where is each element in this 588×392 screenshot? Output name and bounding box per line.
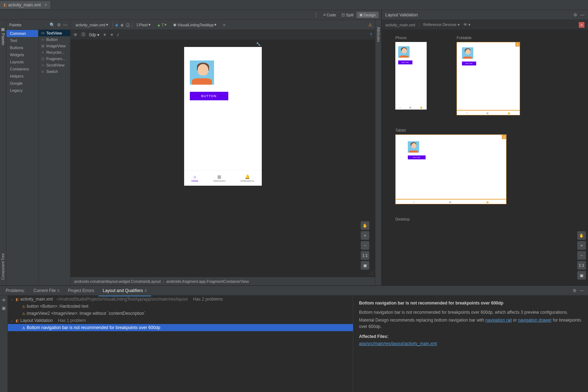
gear-icon[interactable]: ⚙ xyxy=(573,288,577,293)
affected-file-link[interactable]: app/src/main/res/layout/activity_main.xm… xyxy=(359,341,437,346)
problems-panel: Problems: Current File 5 Project Errors … xyxy=(0,285,588,392)
palette-widget-imageview[interactable]: ▨ImageView xyxy=(38,43,70,49)
detail-title: Bottom navigation bar is not recommended… xyxy=(359,301,582,306)
palette-widget-recycler[interactable]: ≡Recycler... xyxy=(38,49,70,55)
detail-line1: Bottom navigation bar is not recommended… xyxy=(359,309,582,316)
tree-issue-row[interactable]: ⚠ button <Button>: Hardcoded text xyxy=(8,303,353,310)
zoom-out-button[interactable]: − xyxy=(361,241,369,250)
avatar-image xyxy=(190,60,214,85)
palette-widget-textview[interactable]: AbTextView xyxy=(38,30,70,36)
tab-layout-qualifiers[interactable]: Layout and Qualifiers 3 xyxy=(98,286,151,295)
editor-tabs: ◧ activity_main.xml ✕ xyxy=(0,0,588,10)
device-dropdown[interactable]: ▯ Pixel ▾ xyxy=(134,22,153,28)
component-tree-rail[interactable]: Component Tree xyxy=(0,250,6,284)
palette-rail[interactable]: ▦Palette xyxy=(0,20,6,285)
minimize-icon[interactable]: — xyxy=(580,12,584,17)
resize-handle-icon[interactable] xyxy=(369,270,374,275)
palette-cat-helpers[interactable]: Helpers xyxy=(6,73,38,80)
zoom-1to1-button[interactable]: 1:1 xyxy=(361,251,369,260)
wand-icon[interactable]: ✶ xyxy=(103,32,106,37)
home-icon: ⌂ xyxy=(193,174,196,179)
autoconnect-icon[interactable]: Ⓢ xyxy=(81,32,85,38)
tab-project-errors[interactable]: Project Errors xyxy=(64,286,98,295)
chevron-down-icon[interactable]: ⌄ xyxy=(11,297,14,301)
error-badge[interactable]: ⚠ xyxy=(579,22,584,28)
warning-icon[interactable]: ⚠ xyxy=(368,22,372,27)
app-dropdown[interactable]: ◉ VisualLintingTestApp ▾ xyxy=(171,22,219,28)
zoom-1to1-button[interactable]: 1:1 xyxy=(577,261,586,270)
zoom-in-button[interactable]: + xyxy=(577,241,586,250)
theme-dropdown[interactable]: ▲ T ▾ xyxy=(155,22,169,28)
view-mode-code[interactable]: ≡Code xyxy=(321,12,339,18)
foldable-preview-frame[interactable]: ⚠ BUTTON ⌂▦🔔 xyxy=(457,42,520,115)
palette-cat-common[interactable]: Common xyxy=(6,30,38,37)
tablet-label: Tablet xyxy=(395,128,506,132)
tab-current-file[interactable]: Current File 5 xyxy=(29,286,64,295)
visibility-icon[interactable]: 👁 ▾ xyxy=(463,22,470,27)
blueprint-icon[interactable]: ◈ xyxy=(120,22,124,27)
gear-icon[interactable]: ⚙ xyxy=(573,12,577,17)
zoom-fit-button[interactable]: ▣ xyxy=(577,271,586,280)
link-nav-drawer[interactable]: navigation drawer xyxy=(518,318,552,323)
palette-cat-text[interactable]: Text xyxy=(6,37,38,44)
palette-widget-button[interactable]: ▭Button xyxy=(38,36,70,43)
validation-title: Layout Validation xyxy=(385,12,418,17)
palette-widget-switch[interactable]: ⊙Switch xyxy=(38,68,70,75)
view-mode-design[interactable]: ▣Design xyxy=(357,12,379,18)
link-nav-rail[interactable]: navigation rail xyxy=(485,318,512,323)
margin-dropdown[interactable]: 0dp ▾ xyxy=(89,32,99,37)
palette-cat-buttons[interactable]: Buttons xyxy=(6,44,38,51)
foldable-label: Foldable xyxy=(457,36,520,40)
attributes-rail[interactable]: Attributes xyxy=(375,20,381,285)
phone-preview[interactable]: BUTTON ⌂Home ▦Dashboard 🔔Notifications xyxy=(184,47,262,186)
palette-widget-fragment[interactable]: ◫Fragmen... xyxy=(38,55,70,62)
filter-icon[interactable]: ▣ xyxy=(2,306,6,311)
info-icon[interactable]: ? xyxy=(370,32,372,37)
palette-cat-layouts[interactable]: Layouts xyxy=(6,58,38,65)
chevron-down-icon[interactable]: ⌄ xyxy=(11,319,14,322)
zoom-out-button[interactable]: − xyxy=(577,251,586,260)
view-mode-split[interactable]: ◫Split xyxy=(339,12,356,18)
palette-widget-scrollview[interactable]: ▭ScrollView xyxy=(38,62,70,68)
warning-icon: ⚠ xyxy=(22,312,25,316)
gear-icon[interactable]: ⚙ xyxy=(57,22,61,27)
file-dropdown[interactable]: activity_main.xml ▾ xyxy=(73,22,110,28)
clear-icon[interactable]: ✶ xyxy=(110,32,114,37)
palette-cat-widgets[interactable]: Widgets xyxy=(6,51,38,58)
tree-issue-row[interactable]: ⚠ imageView2 <ImageView>: Image without … xyxy=(8,310,353,317)
nav-notifications: 🔔Notifications xyxy=(240,174,254,182)
palette-cat-containers[interactable]: Containers xyxy=(6,65,38,73)
overflow-icon[interactable]: » xyxy=(223,22,225,27)
palette-cat-google[interactable]: Google xyxy=(6,80,38,87)
detail-line2: Material Design recommends replacing bot… xyxy=(359,317,582,330)
breadcrumb-root[interactable]: androidx.constraintlayout.widget.Constra… xyxy=(74,279,161,284)
search-icon[interactable]: 🔍 xyxy=(50,22,55,27)
minimize-icon[interactable]: — xyxy=(579,288,584,293)
pan-button[interactable]: ✋ xyxy=(361,221,369,230)
palette-cat-legacy[interactable]: Legacy xyxy=(6,87,38,94)
tree-file-row[interactable]: ⌄ ◧ activity_main.xml ~/AndroidStudioPro… xyxy=(8,296,353,303)
close-icon[interactable]: ✕ xyxy=(44,3,47,7)
palette-title: Palette xyxy=(9,23,21,27)
zoom-in-button[interactable]: + xyxy=(361,231,369,240)
devices-dropdown[interactable]: Reference Devices ▾ xyxy=(423,22,460,27)
visibility-icon[interactable]: 👁 xyxy=(2,298,6,303)
phone-preview-frame[interactable]: BUTTON ⌂▦🔔 xyxy=(395,42,427,110)
align-icon[interactable]: 𝐼 xyxy=(117,32,119,37)
tree-group-row[interactable]: ⌄ ◧ Layout Validation Has 1 problem xyxy=(8,317,353,324)
orientation-icon[interactable]: ◲ xyxy=(126,22,130,27)
minimize-icon[interactable]: — xyxy=(63,22,67,27)
zoom-fit-button[interactable]: ▣ xyxy=(361,261,369,270)
problems-detail: Bottom navigation bar is not recommended… xyxy=(353,296,588,392)
visibility-icon[interactable]: 👁 xyxy=(73,32,78,37)
breadcrumb-child[interactable]: androidx.fragment.app.FragmentContainerV… xyxy=(166,279,249,284)
tablet-preview-frame[interactable]: ⚠ BUTTON ⌂▦🔔 xyxy=(395,134,506,204)
more-icon[interactable]: ⋮ xyxy=(313,12,319,18)
warning-icon: ⚠ xyxy=(22,326,25,330)
layers-icon[interactable]: ◈ xyxy=(115,22,118,27)
breadcrumb: androidx.constraintlayout.widget.Constra… xyxy=(71,277,375,285)
tree-issue-row-selected[interactable]: ⚠ Bottom navigation bar is not recommend… xyxy=(8,324,353,331)
wrench-icon[interactable]: 🔧 xyxy=(256,42,260,46)
pan-button[interactable]: ✋ xyxy=(577,231,586,240)
file-tab-activity-main[interactable]: ◧ activity_main.xml ✕ xyxy=(0,1,51,9)
